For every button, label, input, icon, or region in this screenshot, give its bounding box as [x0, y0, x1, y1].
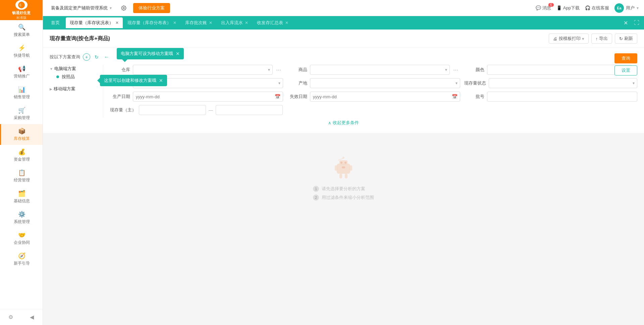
system-icon: ⚙️ — [18, 211, 25, 218]
tooltip1-close[interactable]: ✕ — [176, 51, 180, 56]
settings-btn[interactable] — [118, 3, 129, 13]
filter-arrow-btn[interactable]: ← — [103, 53, 110, 61]
svg-point-0 — [18, 2, 25, 8]
user-menu[interactable]: Ea 用户 ▾ — [614, 3, 639, 13]
expire-calendar-icon[interactable]: 📅 — [452, 94, 458, 99]
product-select[interactable] — [310, 65, 450, 75]
sidebar-label-sales: 销售管理 — [14, 94, 30, 100]
sidebar-item-operation[interactable]: 📋 经营管理 — [0, 166, 43, 186]
filter-stock-status: 现存量状态 — [464, 78, 637, 88]
tab-close-batch[interactable]: ✕ — [209, 20, 212, 25]
sidebar-item-purchase[interactable]: 🛒 采购管理 — [0, 103, 43, 124]
filter-row-1: 仓库 ··· 商品 — [110, 65, 637, 75]
tab-flow[interactable]: 出入库流水 ✕ — [217, 17, 252, 28]
produce-date-input[interactable] — [133, 92, 283, 102]
filter-row-4: 现存量（主） — — [110, 105, 637, 115]
tab-batch[interactable]: 库存批次账 ✕ — [181, 17, 216, 28]
sidebar-item-search[interactable]: 🔍 搜索菜单 — [0, 20, 43, 41]
produce-calendar-icon[interactable]: 📅 — [275, 94, 280, 99]
empty-state: 1 请先选择要分析的方案 2 用过滤条件来缩小分析范围 — [43, 133, 644, 221]
product-label: 商品 — [287, 67, 307, 73]
color-select[interactable] — [487, 65, 632, 75]
print-chevron-icon: ▾ — [582, 36, 584, 41]
batch-input[interactable] — [487, 92, 637, 102]
sidebar-item-sales[interactable]: 📊 销售管理 — [0, 83, 43, 103]
scheme-desktop[interactable]: ▼ 电脑端方案 — [50, 65, 99, 73]
tab-close-flow[interactable]: ✕ — [245, 20, 248, 25]
tab-bar: 首页 现存量（库存状况表） ✕ 现存量（库存分布表） ✕ 库存批次账 ✕ 出入库… — [43, 16, 644, 30]
tab-summary-label: 收发存汇总表 — [257, 20, 283, 26]
industry-btn[interactable]: 体验行业方案 — [133, 3, 170, 13]
refresh-btn[interactable]: ↻ 刷新 — [615, 34, 637, 44]
filter-refresh-btn[interactable]: ↻ — [93, 53, 100, 61]
sidebar-label-purchase: 采购管理 — [14, 115, 30, 121]
scheme-mobile[interactable]: ▶ 移动端方案 — [50, 85, 99, 93]
sidebar-item-newbie[interactable]: 🧭 新手引导 — [0, 249, 43, 270]
sidebar-item-system[interactable]: ⚙️ 系统管理 — [0, 207, 43, 228]
warehouse-field-wrapper: ··· — [133, 65, 283, 75]
tab-inventory-dist[interactable]: 现存量（库存分布表） ✕ — [123, 17, 180, 28]
filter-produce-date: 生产日期 📅 — [110, 92, 283, 102]
basic-icon: 🗂️ — [18, 190, 25, 197]
origin-select-wrapper — [310, 78, 460, 88]
filter-fields: 仓库 ··· 商品 — [110, 65, 637, 118]
user-chevron-icon: ▾ — [637, 6, 639, 10]
sidebar-label-enterprise: 企业协同 — [14, 240, 30, 246]
tooltip2-close[interactable]: ✕ — [159, 78, 163, 83]
expire-date-input[interactable] — [310, 92, 460, 102]
sidebar-item-marketing[interactable]: 📢 营销推广 — [0, 62, 43, 83]
online-support-btn[interactable]: 🎧 在线客服 — [585, 5, 609, 11]
tab-inventory-dist-label: 现存量（库存分布表） — [127, 20, 171, 26]
tab-close-summary[interactable]: ✕ — [285, 20, 288, 25]
sidebar-item-finance[interactable]: 💰 资金管理 — [0, 145, 43, 166]
product-dots-btn[interactable]: ··· — [451, 66, 460, 73]
tab-close-inventory-status[interactable]: ✕ — [115, 20, 119, 25]
step1-num: 1 — [313, 186, 319, 192]
sidebar-item-enterprise[interactable]: 🤝 企业协同 — [0, 228, 43, 249]
scheme-desktop-child-label: 按照品 — [62, 74, 75, 80]
color-label: 颜色 — [464, 67, 484, 73]
product-select-wrapper — [310, 65, 450, 75]
header-right: 💬 消息 6 📱 App下载 🎧 在线客服 Ea 用户 ▾ — [536, 3, 639, 13]
svg-rect-7 — [342, 166, 345, 168]
marketing-icon: 📢 — [18, 65, 25, 72]
tooltip1-text: 电脑方案可设为移动方案哦 — [121, 51, 173, 57]
tab-inventory-status[interactable]: 现存量（库存状况表） ✕ — [66, 17, 123, 28]
filter-expire-date: 失效日期 📅 — [287, 92, 460, 102]
page-actions: 🖨 按模板打印 ▾ ↑ 导出 ↻ 刷新 — [549, 34, 638, 44]
sidebar-bottom: ⚙ ◀ — [0, 309, 43, 325]
tab-home[interactable]: 首页 — [46, 17, 65, 28]
filter-warehouse: 仓库 ··· — [110, 65, 283, 75]
export-icon: ↑ — [596, 36, 598, 41]
origin-select[interactable] — [310, 78, 460, 88]
stock-qty-max-input[interactable] — [216, 105, 283, 115]
fullscreen-btn[interactable]: ⛶ — [632, 18, 641, 27]
search-btn[interactable]: 查询 — [614, 53, 637, 63]
empty-illustration — [330, 154, 357, 180]
system-selector[interactable]: 装备及固定资产辅助管理系统 ▾ — [48, 4, 114, 12]
sidebar-label-basic: 基础信息 — [14, 198, 30, 204]
filter-add-btn[interactable]: + — [83, 53, 90, 61]
warehouse-dots-btn[interactable]: ··· — [274, 66, 283, 73]
warehouse-select[interactable] — [133, 65, 273, 75]
collapse-btn[interactable]: ∧ 收起更多条件 — [50, 118, 637, 128]
sidebar-item-quick[interactable]: ⚡ 快捷导航 — [0, 41, 43, 62]
app-download-btn[interactable]: 📱 App下载 — [556, 5, 580, 11]
export-btn[interactable]: ↑ 导出 — [591, 34, 612, 44]
tab-summary[interactable]: 收发存汇总表 ✕ — [253, 17, 292, 28]
tab-close-inventory-dist[interactable]: ✕ — [173, 20, 176, 25]
step2-text: 用过滤条件来缩小分析范围 — [322, 195, 374, 201]
message-btn[interactable]: 💬 消息 6 — [536, 5, 551, 11]
stock-qty-min-input[interactable] — [139, 105, 206, 115]
sidebar-collapse-btn[interactable]: ◀ — [21, 312, 43, 322]
stock-status-select[interactable] — [489, 78, 637, 88]
scheme-desktop-child[interactable]: 按照品 — [50, 73, 99, 81]
produce-date-wrapper: 📅 — [133, 92, 283, 102]
svg-point-13 — [342, 157, 344, 159]
sidebar-item-inventory[interactable]: 📦 库存核算 — [0, 124, 43, 145]
print-btn[interactable]: 🖨 按模板打印 ▾ — [549, 34, 589, 44]
close-all-tabs-btn[interactable]: ✕ — [622, 18, 630, 28]
reset-btn[interactable]: 设置 — [614, 65, 637, 75]
sidebar-item-basic[interactable]: 🗂️ 基础信息 — [0, 186, 43, 207]
sidebar-settings-btn[interactable]: ⚙ — [0, 312, 21, 322]
